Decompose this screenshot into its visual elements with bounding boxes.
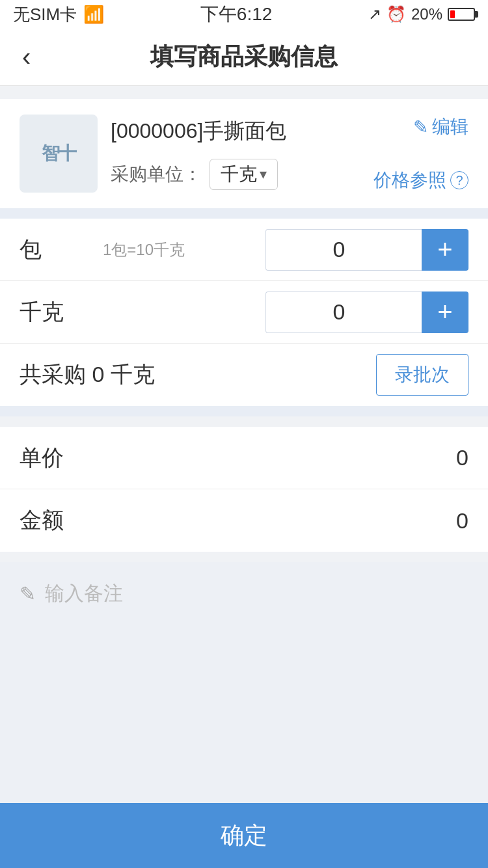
summary-amount: 0 <box>92 362 110 387</box>
unit-price-row: 单价 0 <box>0 427 488 489</box>
kg-quantity-input[interactable] <box>265 292 422 333</box>
status-right: ↗ ⏰ 20% <box>368 5 475 23</box>
amount-label: 金额 <box>20 506 456 536</box>
unit-price-value: 0 <box>456 445 468 470</box>
kg-label: 千克 <box>20 297 98 327</box>
battery-icon <box>448 8 475 21</box>
status-left: 无SIM卡 📶 <box>13 3 104 26</box>
dropdown-arrow-icon: ▾ <box>260 166 267 183</box>
note-placeholder: 输入备注 <box>45 580 123 607</box>
status-bar: 无SIM卡 📶 下午6:12 ↗ ⏰ 20% <box>0 0 488 29</box>
page-title: 填写商品采购信息 <box>150 41 338 73</box>
edit-button[interactable]: ✎ 编辑 <box>413 115 468 139</box>
unit-value: 千克 <box>221 162 257 187</box>
unit-select[interactable]: 千克 ▾ <box>210 159 278 190</box>
kg-input-row: 千克 + <box>0 281 488 344</box>
pencil-icon: ✎ <box>20 582 36 605</box>
carrier-label: 无SIM卡 <box>13 3 77 26</box>
kg-plus-button[interactable]: + <box>422 292 468 333</box>
input-section: 包 1包=10千克 + 千克 + <box>0 219 488 344</box>
summary-unit: 千克 <box>111 362 155 387</box>
status-time: 下午6:12 <box>200 2 273 27</box>
unit-label: 采购单位： <box>111 162 202 187</box>
battery-percent: 20% <box>411 5 442 23</box>
edit-icon: ✎ <box>413 116 428 138</box>
bao-label: 包 <box>20 235 98 265</box>
summary-text: 共采购 0 千克 <box>20 360 376 390</box>
product-image: 智十 <box>20 115 98 193</box>
product-logo: 智十 <box>42 141 75 166</box>
price-ref-button[interactable]: 价格参照 ? <box>373 168 468 193</box>
amount-value: 0 <box>456 508 468 534</box>
bao-quantity-input[interactable] <box>265 229 422 271</box>
batch-button[interactable]: 录批次 <box>376 354 468 396</box>
wifi-icon: 📶 <box>83 5 104 25</box>
back-button[interactable]: ‹ <box>16 36 37 78</box>
bao-plus-button[interactable]: + <box>422 229 468 271</box>
summary-row: 共采购 0 千克 录批次 <box>0 344 488 406</box>
price-section: 单价 0 金额 0 <box>0 427 488 552</box>
unit-price-label: 单价 <box>20 443 456 473</box>
summary-prefix: 共采购 <box>20 362 92 387</box>
confirm-button[interactable]: 确定 <box>0 803 488 868</box>
info-icon: ? <box>450 171 468 189</box>
section-divider-2 <box>0 406 488 416</box>
alarm-icon: ⏰ <box>386 5 406 23</box>
note-section[interactable]: ✎ 输入备注 <box>0 562 488 625</box>
amount-row: 金额 0 <box>0 489 488 552</box>
bao-sublabel: 1包=10千克 <box>103 239 185 260</box>
section-divider-1 <box>0 208 488 219</box>
location-icon: ↗ <box>368 5 381 23</box>
product-card: 智十 [0000006]手撕面包 采购单位： 千克 ▾ ✎ 编辑 价格参照 ? <box>0 99 488 208</box>
bao-input-row: 包 1包=10千克 + <box>0 219 488 281</box>
nav-bar: ‹ 填写商品采购信息 <box>0 29 488 86</box>
price-ref-label: 价格参照 <box>373 168 446 193</box>
